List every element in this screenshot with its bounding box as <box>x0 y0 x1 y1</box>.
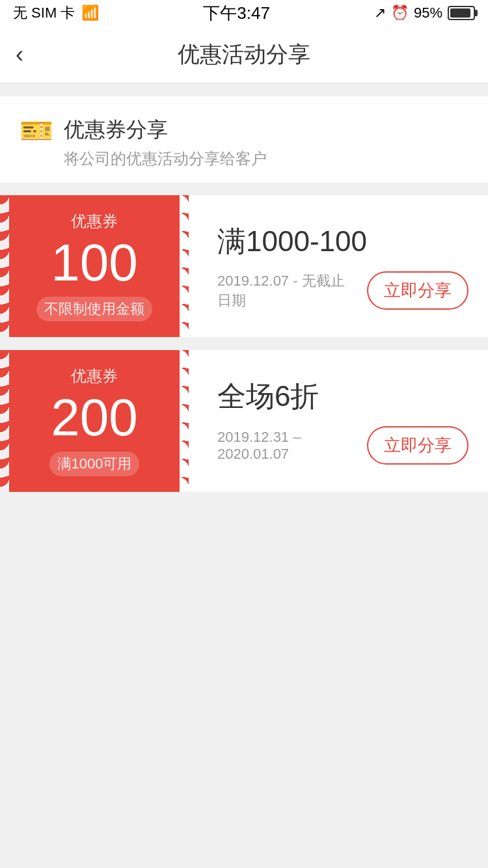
page-title: 优惠活动分享 <box>178 40 310 70</box>
battery-percent: 95% <box>414 5 442 21</box>
section-header: 🎫 优惠券分享 将公司的优惠活动分享给客户 <box>0 96 488 182</box>
coupon-meta: 2019.12.07 - 无截止日期 立即分享 <box>217 271 468 310</box>
alarm-icon: ⏰ <box>391 5 409 21</box>
coupon-card: 优惠券 200 满1000可用 全场6折 2019.12.31 – 2020.0… <box>0 350 488 492</box>
status-bar: 无 SIM 卡 📶 下午3:47 ↗ ⏰ 95% <box>0 0 488 26</box>
coupon-date: 2019.12.07 - 无截止日期 <box>217 271 357 310</box>
share-button[interactable]: 立即分享 <box>367 271 468 310</box>
coupon-left-panel: 优惠券 100 不限制使用金额 <box>0 195 189 337</box>
bottom-area <box>0 505 488 830</box>
coupon-right-panel: 满1000-100 2019.12.07 - 无截止日期 立即分享 <box>189 195 488 337</box>
battery-icon <box>448 6 475 20</box>
coupon-condition: 不限制使用金额 <box>36 297 152 321</box>
share-button[interactable]: 立即分享 <box>367 426 468 465</box>
coupon-section-icon: 🎫 <box>20 117 53 144</box>
coupon-left-panel: 优惠券 200 满1000可用 <box>0 350 189 492</box>
battery-fill <box>450 8 470 18</box>
location-icon: ↗ <box>374 5 386 21</box>
section-text: 优惠券分享 将公司的优惠活动分享给客户 <box>64 116 267 169</box>
coupon-right-panel: 全场6折 2019.12.31 – 2020.01.07 立即分享 <box>189 350 488 492</box>
coupon-name: 全场6折 <box>217 377 468 416</box>
section-title: 优惠券分享 <box>64 116 267 144</box>
section-subtitle: 将公司的优惠活动分享给客户 <box>64 148 267 169</box>
coupon-date: 2019.12.31 – 2020.01.07 <box>217 429 357 463</box>
coupon-meta: 2019.12.31 – 2020.01.07 立即分享 <box>217 426 468 465</box>
coupon-label: 优惠券 <box>71 211 118 232</box>
wifi-icon: 📶 <box>81 5 99 21</box>
coupon-condition: 满1000可用 <box>49 452 140 476</box>
coupon-value: 200 <box>51 392 137 444</box>
status-right: ↗ ⏰ 95% <box>374 5 475 21</box>
coupon-list: 优惠券 100 不限制使用金额 满1000-100 2019.12.07 - 无… <box>0 195 488 505</box>
status-left: 无 SIM 卡 📶 <box>13 3 99 23</box>
coupon-card: 优惠券 100 不限制使用金额 满1000-100 2019.12.07 - 无… <box>0 195 488 337</box>
back-button[interactable]: ‹ <box>16 41 23 68</box>
status-time: 下午3:47 <box>203 2 270 25</box>
coupon-label: 优惠券 <box>71 366 118 387</box>
coupon-value: 100 <box>51 237 137 289</box>
coupon-name: 满1000-100 <box>217 223 468 261</box>
nav-bar: ‹ 优惠活动分享 <box>0 26 488 83</box>
carrier-text: 无 SIM 卡 <box>13 3 75 23</box>
